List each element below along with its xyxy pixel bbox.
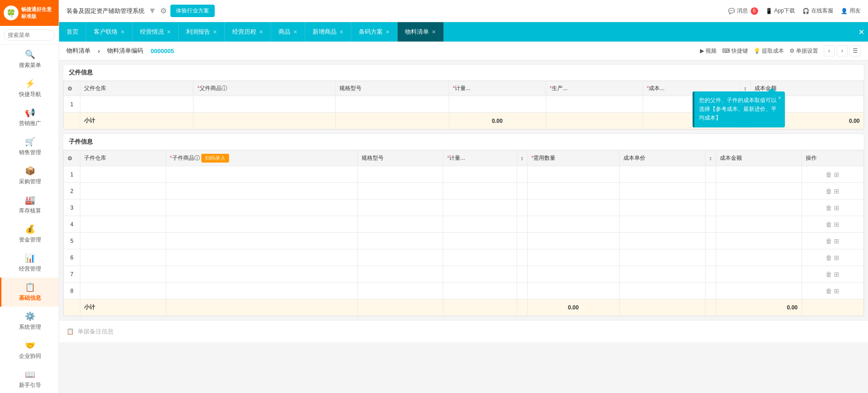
child-row-1-warehouse[interactable] [80,166,166,183]
child-row-8-spec[interactable] [357,283,443,299]
trial-button[interactable]: 体验行业方案 [170,5,215,17]
tab-new-product-close-icon[interactable]: ✕ [339,29,344,35]
tab-new-product[interactable]: 新增商品 ✕ [305,22,351,42]
sidebar-item-marketing[interactable]: 📢 营销推广 [0,103,59,132]
tab-material-close-icon[interactable]: ✕ [432,29,436,35]
child-row-3-unit-cost[interactable] [619,200,705,216]
child-row-3-product[interactable] [166,200,357,216]
sidebar-item-inventory[interactable]: 🏭 库存核算 [0,190,59,219]
sidebar-search[interactable] [0,26,59,45]
child-row-6-warehouse[interactable] [80,249,166,266]
child-row-4-unit-cost[interactable] [619,216,705,233]
child-row-4-spec[interactable] [357,216,443,233]
tab-history-close-icon[interactable]: ✕ [259,29,263,35]
child-row-1-unit[interactable] [443,166,517,183]
tab-products[interactable]: 商品 ✕ [271,22,305,42]
tab-customer-close-icon[interactable]: ✕ [121,29,125,35]
single-settings-action[interactable]: ⚙ 单据设置 [790,47,818,55]
sidebar-item-guide[interactable]: 📖 新手引导 [0,365,59,393]
child-row-5-unit[interactable] [443,233,517,249]
child-row-1-unit-cost[interactable] [619,166,705,183]
sidebar-item-finance[interactable]: 💰 资金管理 [0,219,59,248]
child-row-7-warehouse[interactable] [80,266,166,283]
sidebar-item-search[interactable]: 🔍 搜索菜单 [0,45,59,74]
child-row-2-warehouse[interactable] [80,183,166,200]
child-row-1-product[interactable] [166,166,357,183]
sidebar-item-quick-nav[interactable]: ⚡ 快捷导航 [0,74,59,103]
child-row-5-warehouse[interactable] [80,233,166,249]
delete-icon-row5[interactable]: 🗑 [826,237,832,245]
child-row-3-unit[interactable] [443,200,517,216]
tooltip-close-icon[interactable]: × [778,94,781,103]
child-col-sort2[interactable]: ↕ [705,151,716,166]
copy-icon-row6[interactable]: ⊞ [834,254,839,261]
sidebar-item-purchase[interactable]: 📦 采购管理 [0,161,59,190]
child-row-7-spec[interactable] [357,266,443,283]
tab-history[interactable]: 经营历程 ✕ [225,22,271,42]
child-row-8-warehouse[interactable] [80,283,166,299]
sidebar-item-operations[interactable]: 📊 经营管理 [0,248,59,278]
tab-barcode[interactable]: 条码方案 ✕ [351,22,398,42]
dropdown-arrow-icon[interactable]: ▼ [148,6,157,16]
list-view-icon[interactable]: ☰ [850,45,861,56]
copy-icon-row1[interactable]: ⊞ [834,171,839,178]
child-row-6-product[interactable] [166,249,357,266]
child-row-8-product[interactable] [166,283,357,299]
delete-icon-row7[interactable]: 🗑 [826,271,832,278]
child-row-4-unit[interactable] [443,216,517,233]
child-row-5-quantity[interactable] [527,233,619,249]
copy-icon-row5[interactable]: ⊞ [834,237,839,245]
parent-col-settings[interactable]: ⚙ [64,81,80,96]
child-row-4-quantity[interactable] [527,216,619,233]
child-col-settings[interactable]: ⚙ [64,151,80,166]
child-row-6-unit-cost[interactable] [619,249,705,266]
tab-operations-close-icon[interactable]: ✕ [167,29,171,35]
child-row-5-spec[interactable] [357,233,443,249]
child-row-5-unit-cost[interactable] [619,233,705,249]
tab-customer[interactable]: 客户联络 ✕ [86,22,133,42]
child-row-8-unit-cost[interactable] [619,283,705,299]
copy-icon-row4[interactable]: ⊞ [834,221,839,228]
next-arrow[interactable]: › [837,45,848,56]
sidebar-item-sales[interactable]: 🛒 销售管理 [0,132,59,161]
child-row-3-quantity[interactable] [527,200,619,216]
child-row-6-quantity[interactable] [527,249,619,266]
child-row-6-unit[interactable] [443,249,517,266]
child-row-7-quantity[interactable] [527,266,619,283]
scan-button[interactable]: 扫码录入 [201,154,229,163]
child-row-4-product[interactable] [166,216,357,233]
child-row-1-spec[interactable] [357,166,443,183]
child-row-4-warehouse[interactable] [80,216,166,233]
sidebar-item-basic[interactable]: 📋 基础信息 [0,278,59,307]
child-row-2-product[interactable] [166,183,357,200]
child-row-8-quantity[interactable] [527,283,619,299]
child-row-2-spec[interactable] [357,183,443,200]
delete-icon-row8[interactable]: 🗑 [826,287,832,295]
tab-operations[interactable]: 经营情况 ✕ [133,22,179,42]
delete-icon-row2[interactable]: 🗑 [826,187,832,195]
child-row-8-unit[interactable] [443,283,517,299]
parent-row-1-warehouse[interactable] [80,96,193,113]
child-row-3-spec[interactable] [357,200,443,216]
tab-products-close-icon[interactable]: ✕ [293,29,297,35]
child-col-sort[interactable]: ↕ [517,151,527,166]
topbar-settings-icon[interactable]: ⚙ [160,6,167,15]
child-row-3-warehouse[interactable] [80,200,166,216]
sidebar-item-enterprise[interactable]: 🤝 企业协同 [0,336,59,365]
delete-icon-row4[interactable]: 🗑 [826,221,832,228]
search-input[interactable] [4,30,55,41]
parent-row-1-product[interactable] [193,96,336,113]
parent-row-1-production[interactable] [546,96,643,113]
delete-icon-row1[interactable]: 🗑 [826,171,832,178]
child-row-7-unit[interactable] [443,266,517,283]
copy-icon-row8[interactable]: ⊞ [834,287,839,295]
child-row-7-product[interactable] [166,266,357,283]
copy-icon-row2[interactable]: ⊞ [834,187,839,195]
parent-row-1-spec[interactable] [336,96,449,113]
delete-icon-row6[interactable]: 🗑 [826,254,832,261]
child-row-2-unit[interactable] [443,183,517,200]
child-row-1-quantity[interactable] [527,166,619,183]
shortcut-action[interactable]: ⌨ 快捷键 [722,47,748,55]
tab-home[interactable]: 首页 [59,22,86,42]
copy-icon-row7[interactable]: ⊞ [834,271,839,278]
